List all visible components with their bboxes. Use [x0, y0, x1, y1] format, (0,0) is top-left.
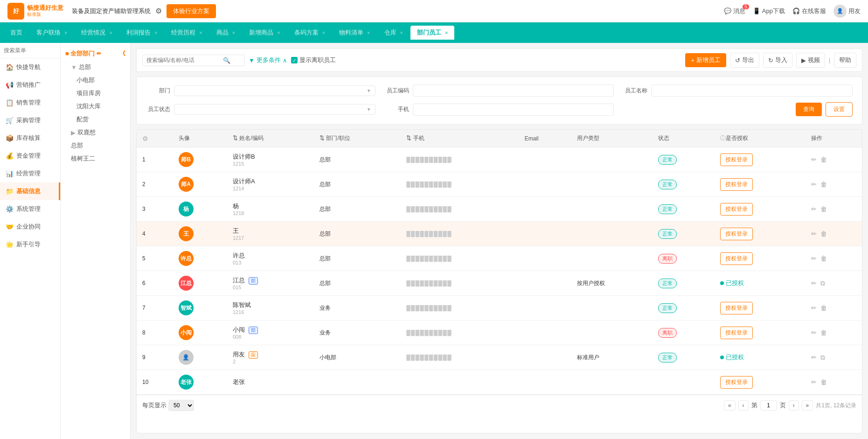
- sidebar-item-guide[interactable]: 🌟 新手引导: [0, 236, 60, 253]
- edit-icon[interactable]: ✏: [811, 255, 817, 262]
- page-size-dropdown[interactable]: 50 100 200: [168, 400, 194, 411]
- set-button[interactable]: 设置: [826, 102, 853, 117]
- show-leave-toggle[interactable]: ✓ 显示离职员工: [291, 56, 336, 64]
- phone-input[interactable]: [413, 104, 614, 116]
- delete-icon[interactable]: 🗑: [820, 156, 827, 163]
- tab-history[interactable]: 经营历程 ×: [165, 26, 208, 40]
- sidebar-item-business[interactable]: 📊 经营管理: [0, 165, 60, 182]
- delete-icon[interactable]: 🗑: [820, 378, 827, 386]
- tab-bom[interactable]: 物料清单 ×: [333, 26, 376, 40]
- tab-dept-staff[interactable]: 部门员工 ×: [410, 26, 454, 40]
- sidebar-item-base[interactable]: 📁 基础信息: [0, 182, 60, 200]
- search-input[interactable]: [4, 47, 61, 54]
- status-select[interactable]: ▼: [174, 104, 375, 115]
- dept-node-shenyang[interactable]: 沈阳大库: [72, 100, 130, 113]
- sidebar-item-nav[interactable]: 🏠 快捷导航: [0, 58, 60, 76]
- tab-profit[interactable]: 利润报告 ×: [120, 26, 164, 40]
- settings-icon[interactable]: ⚙: [142, 135, 148, 142]
- sidebar-item-system[interactable]: ⚙️ 系统管理: [0, 200, 60, 218]
- emp-name-input[interactable]: [651, 84, 853, 97]
- authorize-button[interactable]: 授权登录: [720, 327, 753, 339]
- authorize-button[interactable]: 授权登录: [720, 153, 753, 166]
- edit-icon[interactable]: ✏: [811, 181, 817, 188]
- close-icon[interactable]: ×: [322, 30, 325, 35]
- edit-icon[interactable]: ✏: [811, 329, 817, 336]
- th-name[interactable]: ⇅ 姓名/编码: [227, 130, 314, 147]
- video-button[interactable]: ▶ 视频: [796, 53, 825, 68]
- copy-icon[interactable]: ⧉: [820, 279, 825, 287]
- checkbox-show-leave[interactable]: ✓: [291, 57, 298, 63]
- edit-icon[interactable]: ✏: [811, 205, 817, 213]
- th-setting[interactable]: ⚙: [137, 130, 173, 147]
- dept-node-zongbu-arrow[interactable]: ▼ 总部: [66, 61, 130, 74]
- help-button[interactable]: 帮助: [834, 53, 856, 68]
- dept-edit-icon[interactable]: ✏: [97, 50, 101, 57]
- dept-node-xiangmu[interactable]: 项目库房: [72, 87, 130, 100]
- tab-barcode[interactable]: 条码方案 ×: [288, 26, 332, 40]
- delete-icon[interactable]: 🗑: [820, 304, 827, 312]
- authorize-button[interactable]: 授权登录: [720, 376, 753, 389]
- dept-node-shuanglu[interactable]: ▶ 双鹿想: [66, 126, 130, 139]
- gear-icon[interactable]: ⚙: [155, 7, 162, 15]
- authorize-button[interactable]: 授权登录: [720, 203, 753, 216]
- edit-icon[interactable]: ✏: [811, 156, 817, 163]
- tab-operation[interactable]: 经营情况 ×: [75, 26, 118, 40]
- sidebar-item-market[interactable]: 📢 营销推广: [0, 76, 60, 94]
- th-dept[interactable]: ⇅ 部门/职位: [314, 130, 401, 147]
- user-menu[interactable]: 👤 用友: [833, 5, 861, 18]
- import-button[interactable]: ↻ 导入: [763, 53, 792, 68]
- edit-icon[interactable]: ✏: [811, 378, 817, 386]
- query-button[interactable]: 查询: [796, 103, 822, 116]
- first-page-button[interactable]: «: [724, 400, 736, 411]
- authorize-button[interactable]: 授权登录: [720, 302, 753, 314]
- prev-page-button[interactable]: ‹: [738, 400, 749, 411]
- close-icon[interactable]: ×: [400, 30, 403, 35]
- tab-home[interactable]: 首页: [4, 26, 29, 40]
- tab-customer[interactable]: 客户联络 ×: [30, 26, 74, 40]
- dept-node-zhishu[interactable]: 植树王二: [66, 152, 130, 165]
- dept-select[interactable]: ▼: [174, 85, 375, 96]
- sidebar-item-sales[interactable]: 📋 销售管理: [0, 94, 60, 111]
- sidebar-search[interactable]: 🔍: [0, 43, 60, 58]
- edit-icon[interactable]: ✏: [811, 230, 817, 237]
- delete-icon[interactable]: 🗑: [820, 205, 827, 213]
- next-page-button[interactable]: ›: [789, 400, 799, 411]
- authorize-button[interactable]: 授权登录: [720, 228, 753, 240]
- dept-collapse-icon[interactable]: 《: [119, 49, 125, 58]
- more-filter-button[interactable]: ▼ 更多条件 ∧: [249, 56, 287, 64]
- dept-node-xiaodian[interactable]: 小电部: [72, 74, 130, 87]
- export-button[interactable]: ↺ 导出: [730, 53, 759, 68]
- search-input-wrap[interactable]: 🔍: [142, 55, 245, 66]
- search-input-main[interactable]: [146, 57, 221, 63]
- last-page-button[interactable]: »: [802, 400, 813, 411]
- close-icon[interactable]: ×: [109, 30, 112, 35]
- sidebar-item-collab[interactable]: 🤝 企业协同: [0, 218, 60, 236]
- page-number-input[interactable]: [760, 400, 777, 411]
- add-employee-button[interactable]: + 新增员工: [685, 53, 726, 67]
- close-icon[interactable]: ×: [445, 30, 448, 35]
- app-download-button[interactable]: 📱 App下载: [753, 7, 785, 15]
- delete-icon[interactable]: 🗑: [820, 255, 827, 262]
- delete-icon[interactable]: 🗑: [820, 230, 827, 237]
- tab-goods[interactable]: 商品 ×: [210, 26, 242, 40]
- close-icon[interactable]: ×: [232, 30, 235, 35]
- th-phone[interactable]: ⇅ 手机: [401, 130, 519, 147]
- authorize-button[interactable]: 授权登录: [720, 178, 753, 191]
- experience-button[interactable]: 体验行业方案: [167, 4, 216, 18]
- copy-icon[interactable]: ⧉: [820, 354, 825, 362]
- sidebar-item-purchase[interactable]: 🛒 采购管理: [0, 111, 60, 129]
- close-icon[interactable]: ×: [277, 30, 280, 35]
- emp-code-input[interactable]: [413, 84, 614, 97]
- edit-icon[interactable]: ✏: [811, 304, 817, 312]
- message-button[interactable]: 💬 消息 5: [724, 7, 745, 15]
- close-icon[interactable]: ×: [199, 30, 202, 35]
- delete-icon[interactable]: 🗑: [820, 181, 827, 188]
- info-icon[interactable]: ⓘ: [720, 135, 726, 141]
- close-icon[interactable]: ×: [154, 30, 157, 35]
- dept-node-zongbu2[interactable]: 总部: [66, 139, 130, 152]
- close-icon[interactable]: ×: [367, 30, 370, 35]
- sidebar-item-stock[interactable]: 📦 库存核算: [0, 129, 60, 147]
- close-icon[interactable]: ×: [64, 30, 67, 35]
- tab-new-goods[interactable]: 新增商品 ×: [243, 26, 286, 40]
- authorize-button[interactable]: 授权登录: [720, 252, 753, 265]
